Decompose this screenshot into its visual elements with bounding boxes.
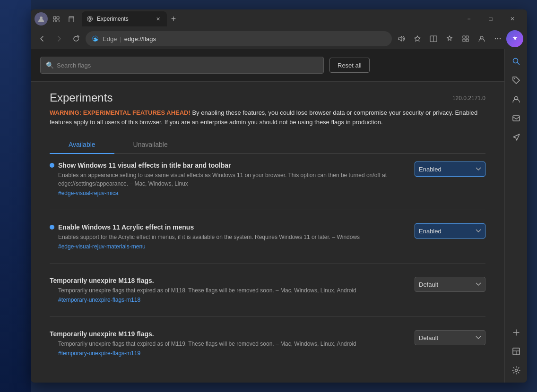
flag-title-row-1: Show Windows 11 visual effects in title … xyxy=(50,162,407,169)
flag-title-row-2: Enable Windows 11 Acrylic effect in menu… xyxy=(50,223,407,231)
minimize-button[interactable]: − xyxy=(458,11,480,26)
flag-item-4: Temporarily unexpire M119 flags. Tempora… xyxy=(50,330,485,370)
title-bar: Experiments ✕ + − □ ✕ xyxy=(31,9,527,28)
tab-close-button[interactable]: ✕ xyxy=(154,15,162,23)
copilot-button[interactable] xyxy=(506,30,523,47)
window-controls: − □ ✕ xyxy=(458,11,523,26)
flag-item-1: Show Windows 11 visual effects in title … xyxy=(50,162,485,210)
sidebar-search-button[interactable] xyxy=(508,53,525,70)
svg-point-17 xyxy=(500,38,501,39)
reload-button[interactable] xyxy=(69,31,84,46)
svg-rect-21 xyxy=(513,116,520,121)
svg-rect-1 xyxy=(53,17,56,19)
active-tab[interactable]: Experiments ✕ xyxy=(82,11,167,26)
sidebar-add-button[interactable] xyxy=(508,324,525,341)
flags-content: Experiments 120.0.2171.0 WARNING: EXPERI… xyxy=(31,82,504,383)
nav-bar: Edge | edge://flags xyxy=(31,28,527,49)
sidebar-layout-button[interactable] xyxy=(508,343,525,360)
svg-point-19 xyxy=(514,78,515,79)
flag-link-1[interactable]: #edge-visual-rejuv-mica xyxy=(58,190,407,196)
sidebar-user-button[interactable] xyxy=(508,91,525,108)
sidebar xyxy=(504,49,527,383)
flag-header-1: Show Windows 11 visual effects in title … xyxy=(50,162,485,196)
back-button[interactable] xyxy=(35,31,50,46)
page-title: Experiments xyxy=(50,91,113,104)
flag-left-4: Temporarily unexpire M119 flags. Tempora… xyxy=(50,330,407,357)
profile-button[interactable] xyxy=(474,31,489,46)
svg-point-16 xyxy=(497,38,498,39)
warning-label: WARNING: EXPERIMENTAL FEATURES AHEAD! xyxy=(50,109,191,116)
address-separator: | xyxy=(120,35,121,43)
sidebar-outlook-button[interactable] xyxy=(508,110,525,127)
reset-all-button[interactable]: Reset all xyxy=(329,58,370,73)
svg-rect-12 xyxy=(463,39,465,42)
flag-left-3: Temporarily unexpire M118 flags. Tempora… xyxy=(50,277,407,303)
profile-icon[interactable] xyxy=(35,12,48,26)
flag-left-2: Enable Windows 11 Acrylic effect in menu… xyxy=(50,223,407,250)
flag-header-4: Temporarily unexpire M119 flags. Tempora… xyxy=(50,330,485,357)
flag-select-1[interactable]: Default Enabled Disabled xyxy=(415,162,485,177)
new-tab-button[interactable]: + xyxy=(167,12,180,26)
sidebar-settings-button[interactable] xyxy=(508,362,525,379)
forward-button[interactable] xyxy=(52,31,67,46)
favorites-button[interactable] xyxy=(65,12,78,26)
flag-title-3: Temporarily unexpire M118 flags. xyxy=(50,277,154,284)
address-bar[interactable]: Edge | edge://flags xyxy=(86,31,392,46)
tab-favicon xyxy=(87,15,94,23)
svg-rect-6 xyxy=(69,17,74,18)
nav-tools xyxy=(394,30,523,47)
tab-available[interactable]: Available xyxy=(50,136,114,154)
more-tools-button[interactable] xyxy=(490,31,505,46)
search-icon: 🔍 xyxy=(46,61,54,69)
flag-item-2: Enable Windows 11 Acrylic effect in menu… xyxy=(50,223,485,264)
browser-window: Experiments ✕ + − □ ✕ xyxy=(31,9,527,383)
flag-select-4[interactable]: Default Enabled Disabled xyxy=(415,330,485,345)
svg-rect-10 xyxy=(463,36,465,38)
close-button[interactable]: ✕ xyxy=(502,11,523,26)
tab-list-button[interactable] xyxy=(50,12,63,26)
tab-bar: Experiments ✕ + xyxy=(35,9,456,28)
search-input-wrapper: 🔍 xyxy=(40,57,324,74)
flag-link-2[interactable]: #edge-visual-rejuv-materials-menu xyxy=(58,243,407,250)
flag-select-2[interactable]: Default Enabled Disabled xyxy=(415,223,485,239)
flag-description-1: Enables an appearance setting to use sam… xyxy=(58,171,407,188)
flag-title-row-4: Temporarily unexpire M119 flags. xyxy=(50,330,407,338)
flag-description-3: Temporarily unexpire flags that expired … xyxy=(58,286,407,295)
tab-title: Experiments xyxy=(97,16,151,22)
address-url: edge://flags xyxy=(124,35,156,43)
flag-dot-2 xyxy=(50,225,54,230)
svg-rect-13 xyxy=(466,39,468,42)
favorites-star-button[interactable] xyxy=(410,31,425,46)
split-screen-button[interactable] xyxy=(426,31,441,46)
flag-description-2: Enables support for the Acrylic effect i… xyxy=(58,233,407,241)
browser-essentials-button[interactable] xyxy=(442,31,457,46)
tab-actions xyxy=(50,12,78,26)
edge-logo-icon xyxy=(91,35,99,43)
search-input[interactable] xyxy=(40,57,324,74)
tab-unavailable[interactable]: Unavailable xyxy=(114,136,187,154)
maximize-button[interactable]: □ xyxy=(480,11,502,26)
collections-button[interactable] xyxy=(458,31,473,46)
svg-rect-2 xyxy=(57,17,59,19)
sidebar-message-button[interactable] xyxy=(508,128,525,145)
flag-select-3[interactable]: Default Enabled Disabled xyxy=(415,277,485,292)
sidebar-tag-button[interactable] xyxy=(508,72,525,89)
flag-link-4[interactable]: #temporary-unexpire-flags-m119 xyxy=(58,350,407,357)
svg-rect-4 xyxy=(57,20,59,22)
address-text: Edge | edge://flags xyxy=(103,35,156,43)
warning-text: WARNING: EXPERIMENTAL FEATURES AHEAD! By… xyxy=(50,108,485,127)
svg-point-23 xyxy=(515,369,517,372)
svg-rect-11 xyxy=(466,36,468,38)
tabs-container: Available Unavailable xyxy=(50,136,485,154)
flag-link-3[interactable]: #temporary-unexpire-flags-m118 xyxy=(58,297,407,303)
flag-title-4: Temporarily unexpire M119 flags. xyxy=(50,330,154,338)
version-text: 120.0.2171.0 xyxy=(452,91,485,102)
svg-rect-3 xyxy=(53,20,56,22)
flags-header: Experiments 120.0.2171.0 xyxy=(50,91,485,104)
flag-header-2: Enable Windows 11 Acrylic effect in menu… xyxy=(50,223,485,250)
flag-header-3: Temporarily unexpire M118 flags. Tempora… xyxy=(50,277,485,303)
desktop-sidebar xyxy=(0,0,31,392)
flag-left-1: Show Windows 11 visual effects in title … xyxy=(50,162,407,196)
read-aloud-button[interactable] xyxy=(394,31,409,46)
content-area: 🔍 Reset all Experiments 120.0.2171.0 WAR… xyxy=(31,49,504,383)
